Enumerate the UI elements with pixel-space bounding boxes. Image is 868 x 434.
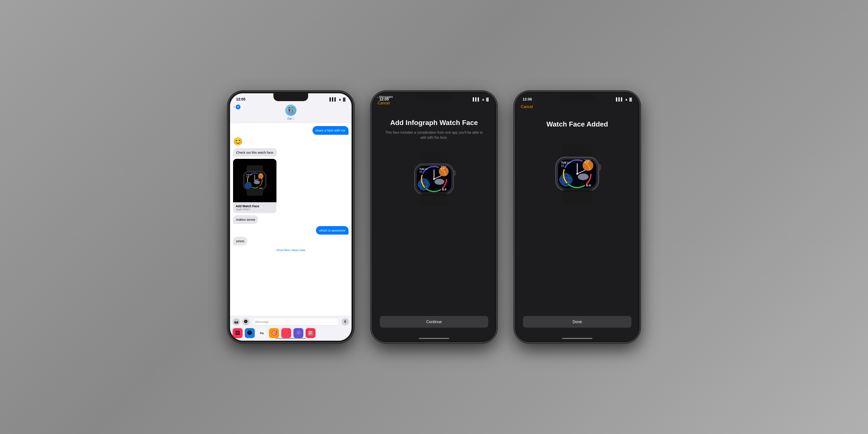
- cancel-button-3[interactable]: Cancel: [521, 104, 533, 109]
- svg-text:64°: 64°: [567, 162, 571, 164]
- home-indicator-2[interactable]: [419, 338, 449, 339]
- photos-app[interactable]: 🖼: [232, 328, 243, 338]
- bubble-awesome: which is awesome: [316, 226, 348, 235]
- applepay-app[interactable]: Pay: [257, 328, 267, 338]
- bubble-yesss: yesss: [233, 237, 247, 245]
- phone1-screen: 12:05 ▌▌▌ ▲ ▓ ‹ 9 👫 Zac ›: [230, 93, 351, 341]
- svg-text:6.4: 6.4: [442, 188, 446, 191]
- svg-rect-21: [421, 152, 448, 165]
- message-body[interactable]: share a face with me 😊 Check out this wa…: [230, 123, 351, 316]
- signal-icon-3: ▌▌▌: [616, 97, 623, 101]
- status-time-2: 12:05: [379, 97, 389, 101]
- app-dock: 🖼 🅐 Pay 🎯 ❤️ 👾 🎰: [232, 327, 349, 339]
- other-app[interactable]: 🎰: [306, 328, 315, 338]
- svg-rect-44: [421, 192, 448, 195]
- svg-text:64°: 64°: [425, 168, 428, 170]
- contact-name[interactable]: Zac ›: [287, 117, 294, 120]
- wifi-icon-2: ▲: [481, 97, 485, 101]
- signal-icon-2: ▌▌▌: [473, 97, 480, 101]
- fitness-app[interactable]: 🎯: [269, 328, 279, 338]
- appstore-button[interactable]: 🅐: [242, 318, 250, 326]
- dark-title-2: Add Infograph Watch Face: [381, 119, 487, 127]
- appstore-app[interactable]: 🅐: [245, 328, 255, 338]
- svg-point-34: [435, 179, 444, 185]
- continue-button[interactable]: Continue: [380, 316, 488, 328]
- svg-text:22: 22: [561, 164, 564, 167]
- contact-avatar: 👫: [285, 104, 297, 116]
- chevron-icon: ›: [293, 117, 294, 120]
- dark-title-3: Watch Face Added: [538, 120, 617, 128]
- bubble-share-face: share a face with me: [312, 126, 348, 135]
- dark-add-screen: 12:05 ▌▌▌ ▲ ▓ ‹ Messages Cancel Add Info…: [373, 93, 495, 341]
- svg-rect-45: [562, 144, 592, 158]
- svg-point-8: [245, 182, 252, 189]
- svg-rect-20: [247, 189, 263, 196]
- watch-illustration-2: TUE 22 64° 72° 6.4: [412, 151, 456, 207]
- svg-text:TUE: TUE: [561, 161, 566, 164]
- notch-2: [416, 93, 452, 101]
- svg-text:72°: 72°: [440, 165, 446, 170]
- watch-illustration-3: TUE 22 64° 72° 6.4: [553, 144, 601, 204]
- phone-add-watchface: 12:05 ▌▌▌ ▲ ▓ ‹ Messages Cancel Add Info…: [371, 91, 497, 343]
- svg-point-66: [576, 173, 578, 175]
- status-icons-3: ▌▌▌ ▲ ▓: [616, 97, 632, 101]
- signal-icon: ▌▌▌: [330, 97, 337, 101]
- svg-rect-47: [599, 164, 601, 170]
- svg-text:6.4: 6.4: [259, 187, 262, 189]
- battery-icon-2: ▓: [486, 97, 489, 101]
- watch-svg-3: TUE 22 64° 72° 6.4: [553, 144, 601, 204]
- done-button[interactable]: Done: [523, 316, 631, 328]
- bubble-check-watch: Check out this watch face.: [233, 148, 277, 157]
- home-indicator-3[interactable]: [562, 338, 592, 339]
- watch-card[interactable]: TUE 22 64° 72° 6.4: [233, 159, 276, 213]
- back-button[interactable]: ‹ 9: [234, 104, 241, 110]
- svg-text:72°: 72°: [584, 159, 591, 163]
- svg-text:64°: 64°: [250, 174, 252, 176]
- phone-imessage: 12:05 ▌▌▌ ▲ ▓ ‹ 9 👫 Zac ›: [228, 91, 354, 343]
- wifi-icon: ▲: [338, 97, 342, 101]
- svg-text:22: 22: [246, 176, 248, 178]
- mic-button[interactable]: 🎙: [342, 318, 349, 326]
- svg-rect-67: [562, 190, 592, 204]
- battery-icon: ▓: [343, 97, 345, 101]
- show-more-link[interactable]: Show More Sleep Data: [276, 248, 305, 252]
- svg-text:72°: 72°: [259, 173, 263, 175]
- imessage-input-area: 📷 🅐 iMessage 🎙 🖼 🅐 Pay 🎯 ❤️ 👾 🎰: [230, 316, 351, 341]
- svg-point-49: [559, 174, 573, 187]
- svg-point-42: [433, 178, 435, 180]
- wifi-icon-3: ▲: [624, 97, 628, 101]
- phone2-screen: 12:05 ▌▌▌ ▲ ▓ ‹ Messages Cancel Add Info…: [373, 93, 495, 341]
- input-row: 📷 🅐 iMessage 🎙: [232, 318, 349, 326]
- phone-face-added: 12:06 ▌▌▌ ▲ ▓ Cancel Watch Face Added: [514, 91, 640, 343]
- back-chevron-icon: ‹: [234, 105, 235, 109]
- status-icons-2: ▌▌▌ ▲ ▓: [473, 97, 489, 101]
- message-badge: 9: [236, 104, 241, 110]
- dark-done-screen: 12:06 ▌▌▌ ▲ ▓ Cancel Watch Face Added: [517, 93, 638, 341]
- svg-text:TUE: TUE: [420, 168, 425, 170]
- watch-card-title: Add Watch Face: [236, 205, 274, 208]
- home-indicator[interactable]: [276, 338, 306, 339]
- svg-text:22: 22: [420, 170, 422, 173]
- dark-subtitle-2: This face includes a complication from o…: [373, 130, 495, 140]
- imessage-field[interactable]: iMessage: [252, 318, 339, 326]
- game-app[interactable]: 👾: [293, 328, 303, 338]
- watch-svg-2: TUE 22 64° 72° 6.4: [412, 151, 456, 207]
- svg-rect-43: [421, 194, 448, 206]
- notch-3: [560, 93, 595, 101]
- svg-point-25: [418, 179, 430, 190]
- svg-text:6.4: 6.4: [586, 183, 591, 187]
- status-icons: ▌▌▌ ▲ ▓: [330, 97, 345, 101]
- svg-point-12: [254, 180, 260, 184]
- emoji-message: 😊: [233, 137, 243, 146]
- battery-icon-3: ▓: [629, 97, 632, 101]
- watch-face-svg-small: TUE 22 64° 72° 6.4: [242, 165, 268, 196]
- status-time-3: 12:06: [523, 97, 532, 101]
- camera-button[interactable]: 📷: [232, 318, 240, 326]
- svg-rect-23: [454, 170, 456, 176]
- health-app[interactable]: ❤️: [281, 328, 291, 338]
- phone3-screen: 12:06 ▌▌▌ ▲ ▓ Cancel Watch Face Added: [517, 93, 638, 341]
- notch: [273, 93, 308, 101]
- watch-card-info: Add Watch Face Apple Watch: [233, 202, 276, 213]
- watch-card-subtitle: Apple Watch: [236, 208, 274, 211]
- svg-point-58: [578, 174, 589, 180]
